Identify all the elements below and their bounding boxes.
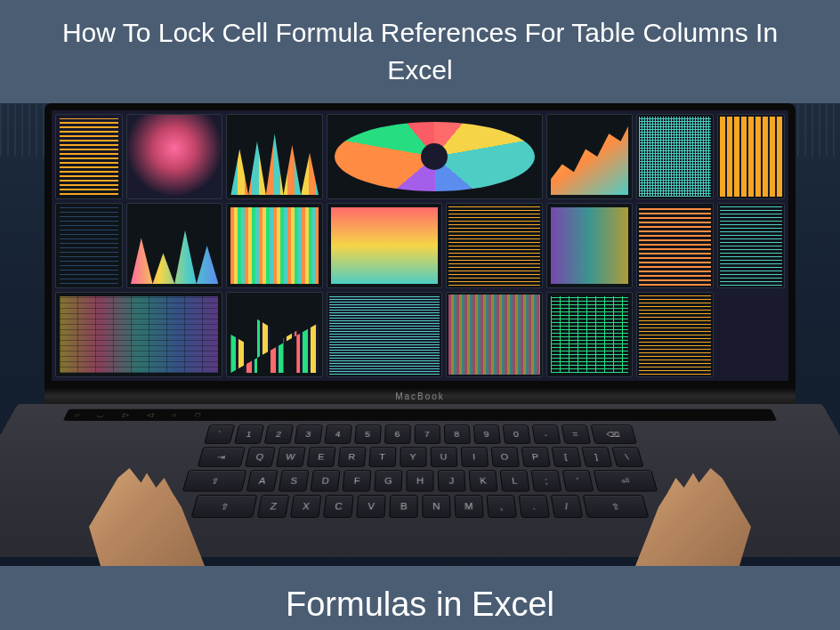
key: D — [310, 470, 340, 491]
chart-panel — [636, 203, 714, 288]
key: Y — [400, 447, 426, 467]
chart-panel — [717, 203, 785, 288]
key: M — [454, 495, 484, 518]
key: 6 — [384, 424, 410, 444]
key: N — [422, 495, 451, 518]
key: \ — [611, 447, 643, 467]
chart-panel — [126, 114, 223, 199]
laptop-brand: MacBook — [395, 392, 445, 401]
key: Z — [257, 495, 290, 518]
touchbar-icon: ◁ — [146, 412, 155, 418]
chart-panel — [546, 114, 634, 199]
key: W — [275, 447, 305, 467]
key: F — [342, 470, 371, 491]
key: C — [323, 495, 354, 518]
key-tab: ⇥ — [197, 447, 245, 467]
screen-bezel — [44, 103, 796, 388]
key-row-1: ` 1 2 3 4 5 6 7 8 9 0 - = ⌫ — [61, 424, 779, 444]
key-enter: ⏎ — [594, 470, 658, 491]
key: 3 — [294, 424, 322, 444]
touchbar-icon: ◡ — [96, 412, 106, 418]
key-caps: ⇪ — [182, 470, 247, 491]
chart-panel — [226, 203, 322, 288]
chart-panel — [446, 203, 543, 288]
key: ] — [581, 447, 612, 467]
chart-panel — [126, 203, 223, 288]
chart-panel — [327, 292, 442, 377]
key-shift: ⇧ — [583, 495, 650, 518]
key: ` — [204, 424, 235, 444]
key: B — [389, 495, 418, 518]
chart-panel — [55, 114, 123, 199]
touchbar-icon: ▷ — [122, 412, 131, 418]
key: 8 — [443, 424, 470, 444]
touchbar: ○ ◡ ▷ ◁ ○ □ — [63, 409, 777, 421]
chart-panel — [546, 292, 634, 377]
key: . — [519, 495, 551, 518]
key: 2 — [263, 424, 293, 444]
key: E — [306, 447, 335, 467]
hero-image-area: MacBook ○ ◡ ▷ ◁ ○ □ ` 1 2 3 4 5 6 — [0, 103, 840, 566]
key-row-2: ⇥ Q W E R T Y U I O P [ ] \ — [50, 447, 790, 467]
key: ' — [562, 470, 594, 491]
chart-panel — [717, 114, 785, 199]
chart-panel — [446, 292, 543, 377]
header-title-band: How To Lock Cell Formula References For … — [0, 0, 840, 103]
chart-panel — [55, 203, 123, 288]
pie-chart-panel — [327, 114, 543, 199]
key-shift: ⇧ — [190, 495, 257, 518]
key: [ — [551, 447, 581, 467]
key: , — [486, 495, 517, 518]
key: K — [469, 470, 498, 491]
footer-title: Formulas in Excel — [286, 586, 554, 623]
key: 4 — [324, 424, 352, 444]
key: 9 — [472, 424, 500, 444]
chart-panel — [636, 292, 714, 377]
header-title: How To Lock Cell Formula References For … — [62, 18, 778, 85]
key-backspace: ⌫ — [590, 424, 637, 444]
touchbar-icon: ○ — [73, 412, 81, 418]
footer-title-band: Formulas in Excel — [0, 566, 840, 630]
key: R — [337, 447, 366, 467]
key: S — [279, 470, 310, 491]
key: J — [438, 470, 466, 491]
key: H — [406, 470, 433, 491]
chart-panel — [226, 114, 322, 199]
dashboard-screen — [52, 110, 788, 381]
chart-panel — [636, 114, 714, 199]
touchbar-icon: □ — [194, 412, 201, 418]
key: Q — [244, 447, 275, 467]
key: O — [490, 447, 520, 467]
key: / — [551, 495, 584, 518]
touchbar-icon: ○ — [171, 412, 178, 418]
key: 0 — [502, 424, 530, 444]
key: ; — [531, 470, 562, 491]
laptop-hinge: MacBook — [44, 388, 796, 404]
key: I — [460, 447, 489, 467]
chart-panel — [546, 203, 634, 288]
chart-panel — [327, 203, 442, 288]
bar-chart-panel — [226, 292, 322, 377]
key: X — [290, 495, 322, 518]
spreadsheet-panel — [55, 292, 222, 377]
key: U — [430, 447, 457, 467]
key: 1 — [233, 424, 263, 444]
key: T — [368, 447, 396, 467]
key: P — [521, 447, 551, 467]
key: V — [356, 495, 386, 518]
key: = — [561, 424, 591, 444]
key: 5 — [354, 424, 382, 444]
key: L — [500, 470, 530, 491]
key: G — [374, 470, 402, 491]
key: A — [246, 470, 279, 491]
key: 7 — [414, 424, 440, 444]
key: - — [531, 424, 561, 444]
